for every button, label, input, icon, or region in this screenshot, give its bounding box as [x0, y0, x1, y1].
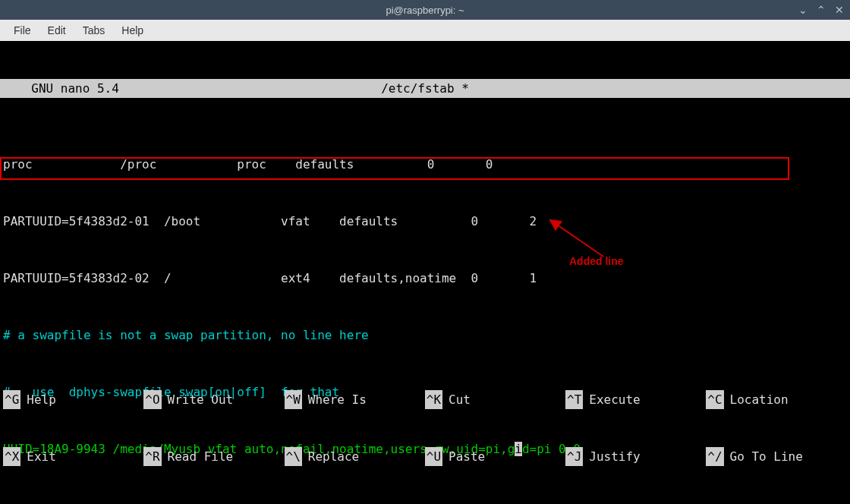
key-combo: ^T — [565, 390, 583, 409]
key-combo: ^R — [143, 447, 161, 466]
key-combo: ^W — [285, 390, 302, 409]
key-label: Cut — [442, 390, 471, 409]
terminal-area[interactable]: GNU nano 5.4 /etc/fstab * proc /proc pro… — [0, 41, 850, 504]
fstab-comment-line: # a swapfile is not a swap partition, no… — [0, 326, 850, 345]
key-label: Help — [20, 390, 56, 409]
key-combo: ^X — [3, 447, 20, 466]
key-combo: ^U — [425, 447, 442, 466]
footer-exit: ^X Exit — [3, 447, 143, 466]
key-label: Exit — [20, 447, 56, 466]
minimize-button[interactable]: ⌄ — [798, 4, 808, 16]
key-label: Justify — [583, 447, 640, 466]
footer-row-1: ^G Help ^O Write Out ^W Where Is ^K Cut … — [3, 390, 847, 409]
maximize-button[interactable]: ⌃ — [817, 4, 826, 16]
footer-writeout: ^O Write Out — [143, 390, 284, 409]
footer-cut: ^K Cut — [425, 390, 565, 409]
menubar: File Edit Tabs Help — [0, 20, 850, 41]
fstab-line: PARTUUID=5f4383d2-02 / ext4 defaults,noa… — [0, 269, 850, 288]
footer-whereis: ^W Where Is — [285, 390, 425, 409]
key-combo: ^O — [143, 390, 161, 409]
nano-footer: ^G Help ^O Write Out ^W Where Is ^K Cut … — [0, 352, 850, 504]
footer-justify: ^J Justify — [565, 447, 706, 466]
key-label: Paste — [442, 447, 485, 466]
key-combo: ^\ — [285, 447, 302, 466]
footer-replace: ^\ Replace — [285, 447, 425, 466]
footer-location: ^C Location — [706, 390, 846, 409]
menu-edit[interactable]: Edit — [40, 21, 74, 39]
menu-file[interactable]: File — [6, 21, 39, 39]
footer-help: ^G Help — [3, 390, 143, 409]
footer-execute: ^T Execute — [565, 390, 706, 409]
key-label: Go To Line — [724, 447, 803, 466]
key-combo: ^J — [565, 447, 583, 466]
key-label: Replace — [302, 447, 359, 466]
key-label: Read File — [162, 447, 234, 466]
fstab-line: proc /proc proc defaults 0 0 — [0, 155, 850, 174]
key-combo: ^/ — [706, 447, 723, 466]
menu-tabs[interactable]: Tabs — [75, 21, 113, 39]
fstab-line: PARTUUID=5f4383d2-01 /boot vfat defaults… — [0, 212, 850, 231]
window-title: pi@raspberrypi: ~ — [386, 5, 464, 16]
key-label: Write Out — [162, 390, 234, 409]
nano-file-title: /etc/fstab * — [381, 79, 469, 98]
key-combo: ^C — [706, 390, 723, 409]
key-combo: ^K — [425, 390, 442, 409]
nano-header: GNU nano 5.4 /etc/fstab * — [0, 79, 850, 98]
key-label: Location — [724, 390, 789, 409]
footer-row-2: ^X Exit ^R Read File ^\ Replace ^U Paste… — [3, 447, 847, 466]
window-controls: ⌄ ⌃ ✕ — [798, 4, 844, 16]
close-button[interactable]: ✕ — [835, 4, 844, 16]
menu-help[interactable]: Help — [114, 21, 151, 39]
footer-paste: ^U Paste — [425, 447, 565, 466]
key-label: Where Is — [302, 390, 367, 409]
key-label: Execute — [583, 390, 640, 409]
window-titlebar: pi@raspberrypi: ~ ⌄ ⌃ ✕ — [0, 0, 850, 20]
nano-app-name: GNU nano 5.4 — [3, 79, 119, 98]
footer-readfile: ^R Read File — [143, 447, 284, 466]
key-combo: ^G — [3, 390, 20, 409]
footer-gotoline: ^/ Go To Line — [706, 447, 846, 466]
